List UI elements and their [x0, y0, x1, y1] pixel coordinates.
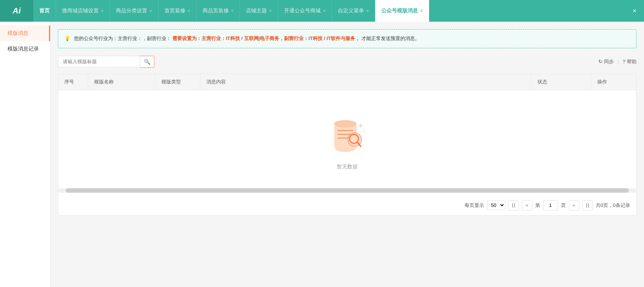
- close-icon[interactable]: ×: [150, 8, 152, 13]
- app-logo: Ai: [0, 0, 33, 22]
- col-header-type: 模版类型: [155, 74, 200, 90]
- info-banner: 💡 您的公众号行业为：主营行业：，副营行业： 需要设置为：主营行业：IT科技 /…: [58, 29, 637, 48]
- close-icon[interactable]: ×: [420, 8, 423, 13]
- close-icon[interactable]: ×: [231, 8, 234, 13]
- search-button[interactable]: 🔍: [140, 56, 154, 68]
- top-nav: Ai 首页 微商城店铺设置 × 商品分类设置 × 首页装修 × 商品页装修 × …: [0, 0, 644, 22]
- search-bar: 🔍 ↻ 同步 | ? 帮助: [58, 56, 637, 68]
- close-icon[interactable]: ×: [188, 8, 190, 13]
- scrollbar-thumb[interactable]: [66, 188, 629, 193]
- nav-tab-template-msg[interactable]: 公众号模版消息 ×: [375, 0, 429, 22]
- page-input[interactable]: 1: [543, 200, 558, 211]
- nav-tab-open-mall[interactable]: 开通公众号商城 ×: [278, 0, 332, 22]
- close-icon[interactable]: ×: [269, 8, 272, 13]
- col-header-action: 操作: [591, 74, 636, 90]
- content-area: 💡 您的公众号行业为：主营行业：，副营行业： 需要设置为：主营行业：IT科技 /…: [50, 22, 644, 287]
- sidebar-item-template-msg-record[interactable]: 模版消息记录: [0, 41, 50, 57]
- close-all-button[interactable]: ×: [629, 7, 640, 15]
- nav-tab-shop-settings[interactable]: 微商城店铺设置 ×: [56, 0, 110, 22]
- per-page-label: 每页显示: [465, 202, 484, 209]
- nav-tab-home-decor[interactable]: 首页装修 ×: [158, 0, 197, 22]
- close-icon[interactable]: ×: [366, 8, 369, 13]
- nav-tab-home[interactable]: 首页: [33, 0, 56, 22]
- page-label: 第: [535, 202, 540, 209]
- divider: |: [617, 59, 619, 64]
- nav-tab-category[interactable]: 商品分类设置 ×: [110, 0, 158, 22]
- bulb-icon: 💡: [64, 36, 70, 41]
- sidebar-item-template-msg[interactable]: 模版消息: [0, 25, 50, 41]
- nav-tab-theme[interactable]: 店铺主题 ×: [240, 0, 278, 22]
- col-header-status: 状态: [531, 74, 591, 90]
- sync-button[interactable]: ↻ 同步: [598, 58, 614, 65]
- main-layout: 模版消息 模版消息记录 💡 您的公众号行业为：主营行业：，副营行业： 需要设置为…: [0, 22, 644, 287]
- col-header-name: 模版名称: [88, 74, 155, 90]
- data-table: 序号 模版名称 模版类型 消息内容 状态 操作: [58, 74, 637, 216]
- empty-text: 暂无数据: [337, 164, 358, 170]
- empty-illustration: [325, 113, 370, 158]
- per-page-select[interactable]: 50: [487, 201, 505, 210]
- table-header: 序号 模版名称 模版类型 消息内容 状态 操作: [58, 74, 636, 90]
- close-icon[interactable]: ×: [101, 8, 104, 13]
- svg-point-10: [363, 131, 365, 132]
- last-page-button[interactable]: ⟩⟩: [582, 200, 593, 211]
- page-unit: 页: [561, 202, 566, 209]
- col-header-content: 消息内容: [200, 74, 531, 90]
- help-icon: ?: [623, 59, 625, 64]
- col-header-index: 序号: [58, 74, 88, 90]
- next-page-button[interactable]: ＞: [569, 200, 579, 211]
- help-button[interactable]: ? 帮助: [623, 58, 637, 65]
- total-info: 共0页，0条记录: [596, 202, 630, 209]
- svg-point-2: [334, 120, 357, 128]
- search-right: ↻ 同步 | ? 帮助: [598, 58, 637, 65]
- search-left: 🔍: [58, 56, 154, 68]
- search-input[interactable]: [58, 56, 140, 67]
- first-page-button[interactable]: ⟨⟨: [508, 200, 519, 211]
- prev-page-button[interactable]: ＜: [522, 200, 532, 211]
- sidebar: 模版消息 模版消息记录: [0, 22, 50, 287]
- nav-tab-custom-menu[interactable]: 自定义菜单 ×: [332, 0, 375, 22]
- search-icon: 🔍: [144, 59, 150, 65]
- sync-icon: ↻: [598, 59, 603, 64]
- close-icon[interactable]: ×: [323, 8, 326, 13]
- empty-state: 暂无数据: [58, 90, 636, 185]
- horizontal-scrollbar[interactable]: [58, 188, 636, 193]
- nav-tab-product-decor[interactable]: 商品页装修 ×: [197, 0, 240, 22]
- pagination: 每页显示 50 ⟨⟨ ＜ 第 1 页 ＞ ⟩⟩ 共0页，0条记录: [58, 196, 636, 215]
